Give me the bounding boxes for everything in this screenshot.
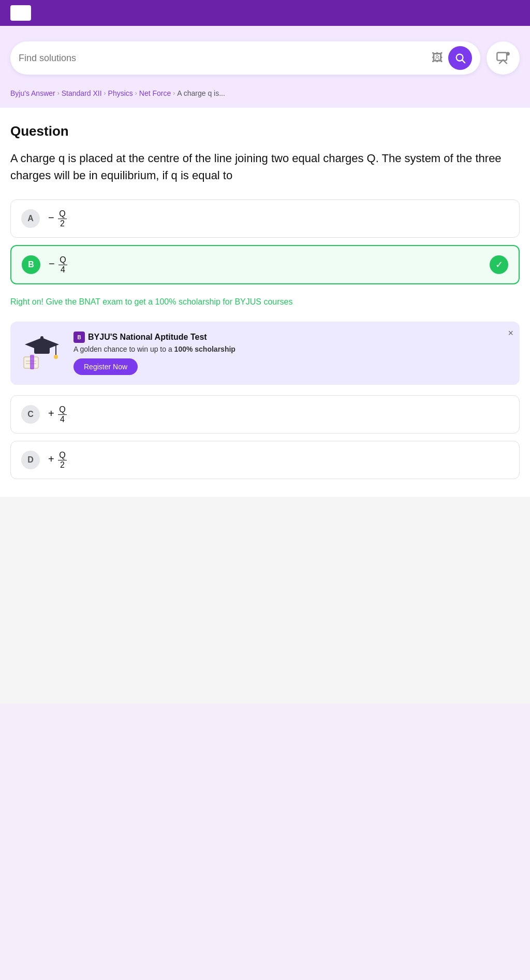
header-logo: [10, 5, 31, 21]
search-section: 🖼 ?: [0, 26, 530, 85]
bnat-close-button[interactable]: ×: [508, 328, 513, 339]
bnat-subtitle-highlight: 100% scholarship: [174, 345, 235, 353]
breadcrumb-current: A charge q is...: [177, 89, 225, 97]
svg-text:?: ?: [507, 53, 509, 55]
header-bar: [0, 0, 530, 26]
main-content: Question A charge q is placed at the cen…: [0, 108, 530, 497]
option-a-text: − Q 2: [48, 210, 509, 228]
search-button[interactable]: [448, 46, 472, 70]
svg-rect-8: [30, 355, 34, 369]
breadcrumb-standard[interactable]: Standard XII: [62, 89, 102, 97]
breadcrumb-sep-2: ›: [104, 90, 106, 97]
option-c-badge: C: [21, 405, 40, 424]
help-button[interactable]: ?: [487, 41, 520, 75]
breadcrumb-physics[interactable]: Physics: [108, 89, 133, 97]
correct-check-icon: ✓: [490, 255, 508, 274]
bnat-title-text: BYJU'S National Aptitude Test: [88, 333, 207, 342]
options-list: A − Q 2 B − Q 4 ✓ Right on! Give the: [10, 199, 520, 486]
option-a[interactable]: A − Q 2: [10, 199, 520, 238]
bnat-register-button[interactable]: Register Now: [73, 358, 138, 375]
question-label: Question: [10, 123, 520, 139]
question-text: A charge q is placed at the centre of th…: [10, 150, 520, 184]
breadcrumb: Byju's Answer › Standard XII › Physics ›…: [0, 85, 530, 108]
bnat-subtitle-prefix: A golden chance to win up to a: [73, 345, 174, 353]
bnat-mascot: [19, 330, 65, 377]
breadcrumb-netforce[interactable]: Net Force: [139, 89, 171, 97]
bnat-subtitle: A golden chance to win up to a 100% scho…: [73, 345, 511, 353]
correct-answer-text: Right on! Give the BNAT exam to get a 10…: [10, 292, 520, 316]
breadcrumb-sep-3: ›: [135, 90, 137, 97]
option-c[interactable]: C + Q 4: [10, 395, 520, 434]
svg-line-1: [462, 60, 465, 63]
svg-point-10: [40, 336, 43, 339]
svg-point-12: [54, 355, 58, 359]
bnat-content: B BYJU'S National Aptitude Test A golden…: [73, 332, 511, 375]
breadcrumb-sep-4: ›: [173, 90, 175, 97]
option-d[interactable]: D + Q 2: [10, 441, 520, 479]
option-d-badge: D: [21, 451, 40, 469]
breadcrumb-byju[interactable]: Byju's Answer: [10, 89, 55, 97]
option-b-badge: B: [22, 255, 40, 274]
svg-rect-13: [34, 344, 50, 354]
content-body: [0, 497, 530, 704]
breadcrumb-sep-1: ›: [57, 90, 60, 97]
option-b[interactable]: B − Q 4 ✓: [10, 245, 520, 284]
bnat-banner: B BYJU'S National Aptitude Test A golden…: [10, 322, 520, 385]
search-input[interactable]: [19, 53, 432, 64]
search-bar: 🖼: [10, 41, 480, 75]
svg-rect-2: [497, 53, 507, 61]
option-d-text: + Q 2: [48, 451, 509, 469]
bnat-logo-icon: B: [73, 332, 85, 343]
image-search-icon[interactable]: 🖼: [432, 51, 443, 65]
option-a-badge: A: [21, 209, 40, 228]
bnat-title: B BYJU'S National Aptitude Test: [73, 332, 511, 343]
option-c-text: + Q 4: [48, 406, 509, 424]
option-b-text: − Q 4: [49, 256, 481, 274]
